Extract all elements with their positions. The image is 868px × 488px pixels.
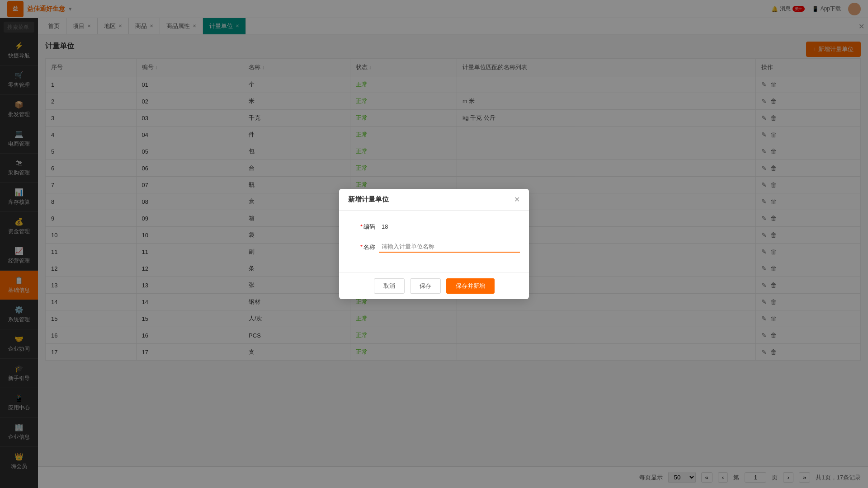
code-label: *编码 bbox=[348, 223, 375, 231]
cancel-button[interactable]: 取消 bbox=[374, 278, 405, 294]
name-required: * bbox=[360, 244, 363, 250]
code-input[interactable] bbox=[379, 221, 520, 232]
save-and-new-button[interactable]: 保存并新增 bbox=[446, 278, 495, 294]
modal-add-unit: 新增计量单位 ✕ *编码 *名称 取消 保存 保存并新增 bbox=[339, 189, 529, 299]
name-label: *名称 bbox=[348, 243, 375, 251]
form-row-code: *编码 bbox=[348, 221, 520, 232]
modal-footer: 取消 保存 保存并新增 bbox=[339, 272, 529, 299]
save-button[interactable]: 保存 bbox=[410, 278, 441, 294]
form-row-name: *名称 bbox=[348, 241, 520, 253]
name-input[interactable] bbox=[379, 241, 520, 253]
modal-header: 新增计量单位 ✕ bbox=[339, 189, 529, 211]
modal-body: *编码 *名称 bbox=[339, 211, 529, 272]
modal-close-button[interactable]: ✕ bbox=[514, 195, 520, 204]
modal-title: 新增计量单位 bbox=[348, 195, 389, 204]
modal-overlay: 新增计量单位 ✕ *编码 *名称 取消 保存 保存并新增 bbox=[0, 0, 868, 488]
code-required: * bbox=[360, 223, 363, 230]
